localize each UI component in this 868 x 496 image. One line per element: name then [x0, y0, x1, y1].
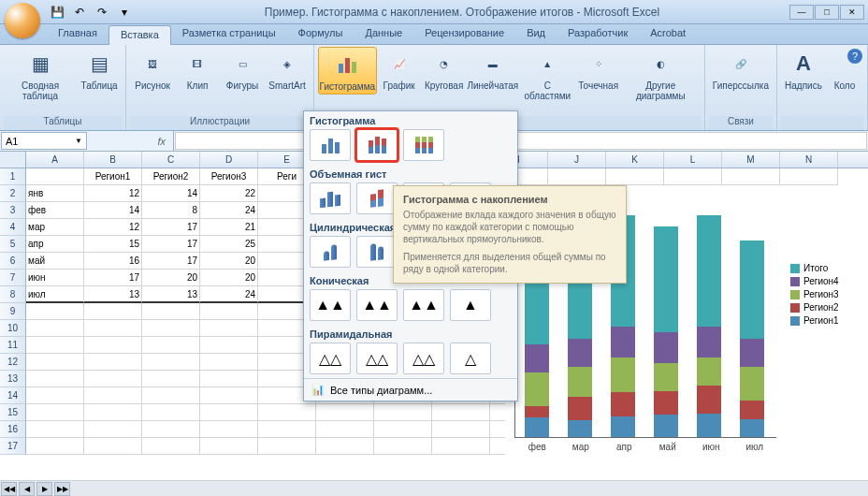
chart-segment[interactable] [525, 372, 549, 406]
chart-segment[interactable] [654, 363, 678, 391]
chart-segment[interactable] [654, 226, 678, 332]
fx-icon[interactable]: fx [157, 136, 166, 147]
shapes-button[interactable]: ▭Фигуры [220, 47, 265, 93]
bar-chart-button[interactable]: ▬Линейчатая [467, 47, 519, 93]
legend-item[interactable]: Регион4 [790, 276, 861, 286]
qat-customize-icon[interactable]: ▾ [114, 2, 135, 22]
cell[interactable] [84, 438, 142, 455]
cell[interactable] [142, 320, 200, 337]
minimize-button[interactable]: — [789, 5, 814, 20]
cell[interactable] [606, 168, 664, 185]
cell[interactable] [142, 354, 200, 371]
tab-page-layout[interactable]: Разметка страницы [171, 24, 287, 44]
cell[interactable]: 14 [84, 202, 142, 219]
row-header[interactable]: 14 [0, 387, 26, 404]
chart-segment[interactable] [740, 339, 764, 367]
cell[interactable]: Регион3 [200, 168, 258, 185]
chart-segment[interactable] [654, 332, 678, 363]
chart-100-stacked-column[interactable] [403, 129, 444, 161]
cell[interactable] [26, 354, 84, 371]
cell[interactable]: май [26, 253, 84, 270]
chart-segment[interactable] [740, 241, 764, 339]
cell[interactable]: мар [26, 219, 84, 236]
column-header[interactable]: N [780, 152, 838, 168]
cell[interactable] [200, 438, 258, 455]
cell[interactable] [316, 421, 374, 438]
picture-button[interactable]: 🖼Рисунок [130, 47, 175, 93]
chevron-down-icon[interactable]: ▼ [75, 137, 82, 145]
chart-segment[interactable] [568, 339, 592, 367]
chart-segment[interactable] [697, 386, 721, 414]
tab-review[interactable]: Рецензирование [413, 24, 515, 44]
cell[interactable] [780, 168, 838, 185]
chart-pyr-100-stacked[interactable]: △△ [403, 343, 444, 374]
legend-item[interactable]: Регион2 [790, 302, 861, 313]
scatter-chart-button[interactable]: ⁘Точечная [576, 47, 621, 93]
row-header[interactable]: 11 [0, 337, 26, 354]
cell[interactable] [200, 337, 258, 354]
row-header[interactable]: 13 [0, 371, 26, 387]
cell[interactable]: 16 [84, 253, 142, 270]
horizontal-scrollbar[interactable]: ◀◀ ◀ ▶ ▶▶ [0, 480, 868, 496]
close-button[interactable]: ✕ [840, 5, 864, 20]
chart-cyl-clustered[interactable] [310, 236, 351, 268]
cell[interactable] [26, 404, 84, 421]
cell[interactable] [200, 354, 258, 371]
formula-input[interactable] [175, 132, 867, 150]
cell[interactable] [200, 320, 258, 337]
office-button[interactable] [5, 3, 40, 38]
column-header[interactable]: B [84, 152, 142, 168]
cell[interactable]: 25 [200, 236, 258, 253]
cell[interactable] [26, 303, 84, 320]
cell[interactable]: 17 [142, 253, 200, 270]
cell[interactable]: 17 [142, 219, 200, 236]
cell[interactable] [374, 421, 432, 438]
row-header[interactable]: 7 [0, 270, 26, 286]
cell[interactable]: 13 [142, 286, 200, 303]
cell[interactable]: июн [26, 270, 84, 286]
row-header[interactable]: 17 [0, 438, 26, 455]
cell[interactable] [26, 387, 84, 404]
row-header[interactable]: 8 [0, 286, 26, 303]
row-header[interactable]: 4 [0, 219, 26, 236]
cell[interactable] [26, 371, 84, 387]
cell[interactable] [84, 337, 142, 354]
chart-pyr-clustered[interactable]: △△ [310, 343, 351, 374]
chart-segment[interactable] [740, 401, 764, 419]
help-icon[interactable]: ? [847, 49, 862, 64]
cell[interactable] [722, 168, 780, 185]
chart-segment[interactable] [654, 415, 678, 437]
cell[interactable]: 12 [84, 219, 142, 236]
hyperlink-button[interactable]: 🔗Гиперссылка [709, 47, 773, 93]
cell[interactable] [432, 438, 490, 455]
cell[interactable] [316, 404, 374, 421]
cell[interactable] [200, 404, 258, 421]
chart-segment[interactable] [568, 420, 592, 437]
tab-data[interactable]: Данные [354, 24, 413, 44]
chart-segment[interactable] [697, 357, 721, 386]
row-header[interactable]: 12 [0, 354, 26, 371]
chart-3d-clustered[interactable] [310, 182, 351, 214]
undo-icon[interactable]: ↶ [69, 2, 90, 22]
chart-segment[interactable] [697, 327, 721, 357]
scroll-prev-icon[interactable]: ◀ [19, 482, 35, 496]
cell[interactable]: Регион2 [142, 168, 200, 185]
pie-chart-button[interactable]: ◔Круговая [422, 47, 467, 93]
legend-item[interactable]: Итого [790, 263, 861, 273]
chart-segment[interactable] [697, 215, 721, 327]
cell[interactable] [200, 421, 258, 438]
maximize-button[interactable]: □ [815, 5, 839, 20]
tab-formulas[interactable]: Формулы [287, 24, 354, 44]
cell[interactable]: 14 [142, 185, 200, 202]
cell[interactable] [258, 404, 316, 421]
row-header[interactable]: 3 [0, 202, 26, 219]
chart-segment[interactable] [568, 367, 592, 397]
tab-acrobat[interactable]: Acrobat [639, 24, 697, 44]
cell[interactable]: 22 [200, 185, 258, 202]
cell[interactable]: янв [26, 185, 84, 202]
cell[interactable] [316, 438, 374, 455]
redo-icon[interactable]: ↷ [92, 2, 112, 22]
row-header[interactable]: 16 [0, 421, 26, 438]
tab-developer[interactable]: Разработчик [557, 24, 639, 44]
scroll-next-icon[interactable]: ▶ [36, 482, 52, 496]
